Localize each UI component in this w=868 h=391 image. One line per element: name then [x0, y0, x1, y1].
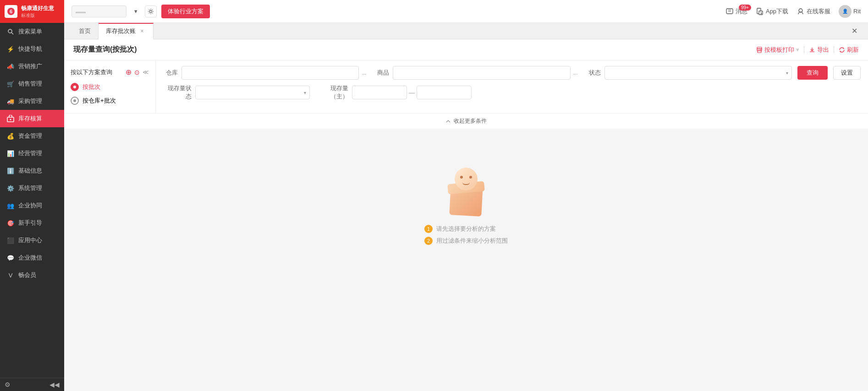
product-more-btn[interactable]: ...	[571, 70, 581, 76]
user-name: Rit	[853, 8, 861, 15]
online-service-label: 在线客服	[807, 7, 830, 16]
app-download-button[interactable]: App下载	[756, 7, 788, 16]
chart-icon: 📊	[6, 149, 15, 157]
nav-label-purchase: 采购管理	[18, 97, 42, 105]
guide-icon: 🎯	[6, 219, 15, 227]
tab-home[interactable]: 首页	[71, 23, 99, 39]
dropdown-button[interactable]: ▾	[131, 7, 140, 16]
sidebar-item-marketing[interactable]: 📣 营销推广	[0, 58, 64, 75]
user-profile[interactable]: 👤 Rit	[839, 5, 861, 18]
message-badge: 99+	[739, 5, 751, 11]
plan-warehouse-label: 按仓库+批次	[82, 97, 116, 105]
sidebar-item-sales[interactable]: 🛒 销售管理	[0, 75, 64, 92]
content: 首页 库存批次账 × ✕ 现存量查询(按批次) 按模板打印 ▾	[64, 23, 868, 391]
collapse-more-bar[interactable]: 收起更多条件	[64, 113, 868, 129]
status-label: 状态	[586, 69, 604, 77]
page-content: 现存量查询(按批次) 按模板打印 ▾ 导出 刷新	[64, 39, 868, 391]
refresh-label: 刷新	[847, 46, 859, 54]
separator2	[834, 46, 834, 54]
empty-tips: 1 请先选择要分析的方案 2 用过滤条件来缩小分析范围	[424, 225, 508, 245]
stock-status-select-wrapper: ▾	[195, 86, 310, 99]
filter-row-2: 现存量状态 ▾ 现存量（主）	[163, 84, 861, 101]
product-input[interactable]	[393, 66, 570, 80]
box-icon	[6, 114, 15, 123]
try-industry-button[interactable]: 体验行业方案	[161, 5, 210, 18]
query-button[interactable]: 查询	[797, 66, 828, 80]
sidebar: 6 畅康通好生意 标准版 搜索菜单 ⚡ 快捷导航 📣 营销推广 🛒 销售管理 🚚	[0, 0, 64, 391]
stock-status-filter: 现存量状态 ▾	[163, 84, 310, 101]
sidebar-item-apps[interactable]: ⬛ 应用中心	[0, 232, 64, 249]
warehouse-more-btn[interactable]: ...	[359, 70, 369, 76]
refresh-button[interactable]: 刷新	[839, 46, 859, 54]
plan-batch-label: 按批次	[82, 83, 100, 91]
sidebar-item-operations[interactable]: 📊 经营管理	[0, 145, 64, 162]
sidebar-item-quick[interactable]: ⚡ 快捷导航	[0, 40, 64, 58]
page-actions: 按模板打印 ▾ 导出 刷新	[756, 46, 859, 54]
nav-label-marketing: 营销推广	[18, 62, 42, 71]
company-name: 畅康通好生意	[21, 5, 54, 12]
topbar: ▬▬ ▾ 体验行业方案 消息 99+ App下载 在线客服	[64, 0, 868, 23]
tab-inventory-batch[interactable]: 库存批次账 ×	[99, 23, 154, 39]
empty-state: 1 请先选择要分析的方案 2 用过滤条件来缩小分析范围	[64, 129, 868, 282]
empty-tip-1: 1 请先选择要分析的方案	[424, 225, 508, 233]
nav-label-finance: 资金管理	[18, 132, 42, 140]
megaphone-icon: 📣	[6, 62, 15, 71]
svg-point-5	[10, 119, 11, 120]
status-select[interactable]	[604, 66, 792, 80]
tab-inventory-label: 库存批次账	[106, 27, 136, 35]
sidebar-item-guide[interactable]: 🎯 新手引导	[0, 214, 64, 232]
sidebar-item-enterprise[interactable]: 👥 企业协同	[0, 197, 64, 214]
svg-point-2	[8, 29, 12, 33]
stock-qty-filter: 现存量（主） —	[315, 84, 471, 101]
collapse-label: 收起更多条件	[454, 117, 487, 125]
sidebar-item-basic[interactable]: ℹ️ 基础信息	[0, 162, 64, 179]
gear-icon: ⚙️	[6, 184, 15, 192]
plan-inactive-icon	[71, 97, 79, 105]
online-service-button[interactable]: 在线客服	[797, 7, 830, 16]
warehouse-input[interactable]	[181, 66, 359, 80]
filter-row-1: 仓库 ... 商品 ... 状态	[163, 66, 861, 80]
collapse-sidebar-icon[interactable]: ◀◀	[49, 381, 60, 388]
sidebar-item-system[interactable]: ⚙️ 系统管理	[0, 179, 64, 197]
export-label: 导出	[817, 46, 829, 54]
status-select-wrapper: ▾	[604, 66, 792, 80]
tab-close-button[interactable]: ×	[138, 27, 146, 35]
settings-plan-icon[interactable]: ⊙	[134, 69, 140, 76]
stock-status-select[interactable]	[195, 86, 310, 99]
filter-plan-actions: ⊕ ⊙ ≪	[126, 68, 149, 76]
topbar-settings-button[interactable]	[145, 5, 157, 17]
plan-item-batch[interactable]: 按批次	[64, 80, 155, 94]
team-icon: 👥	[6, 201, 15, 210]
warehouse-label: 仓库	[163, 69, 181, 77]
settings-button[interactable]: 设置	[833, 66, 861, 80]
collapse-plan-icon[interactable]: ≪	[143, 69, 149, 76]
tip-text-1: 请先选择要分析的方案	[436, 225, 496, 233]
sidebar-item-vip[interactable]: V 畅会员	[0, 266, 64, 284]
lightning-icon: ⚡	[6, 45, 15, 53]
empty-tip-2: 2 用过滤条件来缩小分析范围	[424, 237, 508, 245]
product-label: 商品	[374, 69, 393, 77]
print-button[interactable]: 按模板打印 ▾	[756, 46, 799, 54]
box-face	[455, 168, 478, 190]
sidebar-item-wechat[interactable]: 💬 企业微信	[0, 249, 64, 266]
stock-qty-from-input[interactable]	[352, 86, 407, 99]
stock-qty-to-input[interactable]	[417, 86, 472, 99]
sidebar-item-finance[interactable]: 💰 资金管理	[0, 127, 64, 145]
mouth	[462, 182, 470, 185]
messages-button[interactable]: 消息 99+	[725, 7, 747, 16]
add-plan-icon[interactable]: ⊕	[126, 68, 132, 76]
nav-label-quick: 快捷导航	[18, 45, 42, 53]
print-dropdown-arrow[interactable]: ▾	[796, 46, 799, 53]
sidebar-item-inventory[interactable]: 库存核算	[0, 110, 64, 127]
print-label: 按模板打印	[764, 46, 794, 54]
filter-plan-title: 按以下方案查询	[71, 68, 112, 76]
plan-item-warehouse-batch[interactable]: 按仓库+批次	[64, 94, 155, 108]
avatar: 👤	[839, 5, 852, 18]
panel-close-button[interactable]: ✕	[848, 25, 861, 38]
topbar-search-box: ▬▬	[71, 5, 126, 17]
export-button[interactable]: 导出	[809, 46, 829, 54]
money-icon: 💰	[6, 132, 15, 140]
sidebar-item-purchase[interactable]: 🚚 采购管理	[0, 92, 64, 110]
sidebar-item-search[interactable]: 搜索菜单	[0, 23, 64, 40]
settings-footer-icon[interactable]: ⚙	[5, 381, 11, 388]
